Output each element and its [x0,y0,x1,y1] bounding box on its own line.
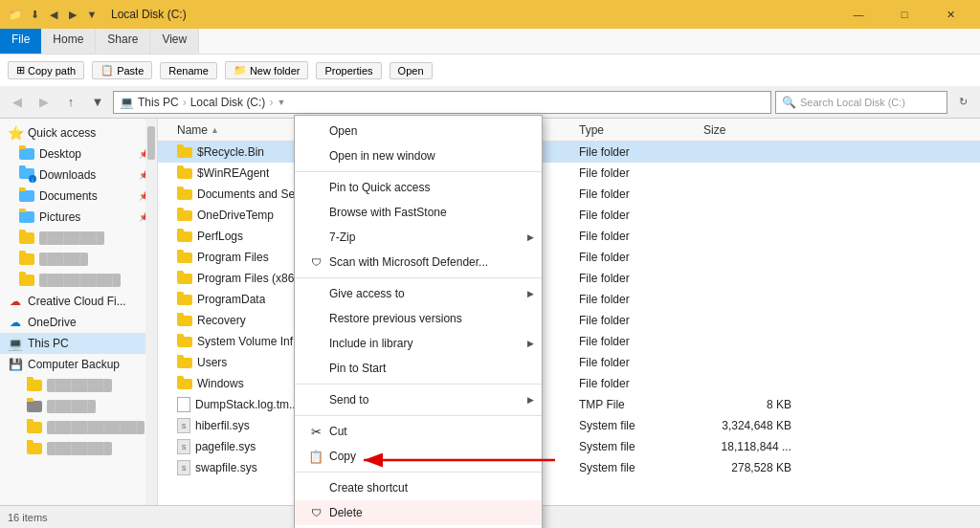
search-icon: 🔍 [782,96,796,109]
search-box[interactable]: 🔍 Search Local Disk (C:) [775,91,947,114]
back-button[interactable]: ◀ [6,91,29,114]
table-row[interactable]: $Recycle.Bin 15/12/2022 6:37 PM File fol… [158,142,980,163]
pictures-folder-icon [19,211,34,223]
sidebar-label-onedrive: OneDrive [28,316,77,329]
sidebar-item-folder1[interactable]: ████████ [0,228,157,249]
table-row[interactable]: S hiberfil.sys System file 3,324,648 KB [158,415,980,436]
table-row[interactable]: System Volume Inf... File folder [158,331,980,352]
sidebar-label-this-pc: This PC [28,337,69,350]
address-box[interactable]: 💻 This PC › Local Disk (C:) › ▼ [113,91,771,114]
title-bar-icons: 📁 ⬇ ◀ ▶ ▼ [8,7,100,22]
sidebar: ⭐ Quick access Desktop 📌 ↓ Downloads 📌 D… [0,119,158,505]
ctx-pin-quick[interactable]: Pin to Quick access [295,175,542,200]
rename-btn[interactable]: Rename [160,62,217,79]
recent-button[interactable]: ▼ [86,91,109,114]
refresh-button[interactable]: ↻ [951,91,974,114]
maximize-button[interactable]: □ [882,0,926,29]
7zip-icon [306,230,325,245]
sidebar-item-desktop[interactable]: Desktop 📌 [0,143,157,165]
shortcut-icon [306,480,325,495]
table-row[interactable]: ProgramData File folder [158,289,980,310]
tab-home[interactable]: Home [41,29,96,54]
sidebar-item-creative-cloud[interactable]: ☁ Creative Cloud Fi... [0,291,157,312]
ctx-scan[interactable]: 🛡Scan with Microsoft Defender... [295,250,542,275]
file-type: File folder [579,251,703,264]
table-row[interactable]: S swapfile.sys System file 278,528 KB [158,457,980,478]
file-name: Recovery [197,314,246,327]
file-name: DumpStack.log.tm... [195,398,299,411]
ctx-cut[interactable]: ✂Cut [295,419,542,444]
table-row[interactable]: DumpStack.log.tm... TMP File 8 KB [158,394,980,415]
sidebar-item-downloads[interactable]: ↓ Downloads 📌 [0,165,157,186]
ctx-restore[interactable]: Restore previous versions [295,306,542,331]
file-name: pagefile.sys [195,440,256,453]
minimize-button[interactable]: — [836,0,880,29]
up-button[interactable]: ↑ [59,91,82,114]
open-btn[interactable]: Open [390,62,433,79]
close-button[interactable]: ✕ [928,0,972,29]
sidebar-item-documents[interactable]: Documents 📌 [0,186,157,207]
column-size[interactable]: Size [703,123,799,137]
addr-computer-icon: 💻 [120,96,134,109]
ctx-delete[interactable]: 🛡Delete [295,500,542,525]
table-row[interactable]: Program Files File folder [158,247,980,268]
library-icon [306,336,325,351]
file-name: $Recycle.Bin [197,145,264,159]
sidebar-item-onedrive[interactable]: ☁ OneDrive [0,312,157,333]
ctx-open-new[interactable]: Open in new window [295,143,542,168]
ctx-shortcut[interactable]: Create shortcut [295,475,542,500]
ctx-browse-fast[interactable]: Browse with FastStone [295,200,542,225]
ctx-give-access[interactable]: Give access to [295,281,542,306]
window-title: Local Disk (C:) [111,8,187,21]
status-text: 16 items [8,512,48,523]
tab-file[interactable]: File [0,29,41,54]
file-type: File folder [579,166,703,180]
table-row[interactable]: Recovery File folder [158,310,980,331]
properties-btn[interactable]: Properties [316,62,381,79]
sidebar-item-computer-backup[interactable]: 💾 Computer Backup [0,354,157,375]
sort-arrow: ▲ [211,125,219,135]
sidebar-item-quick-access[interactable]: ⭐ Quick access [0,122,157,143]
table-row[interactable]: Program Files (x86) File folder [158,268,980,289]
downloads-icon: ↓ [19,168,34,182]
ctx-pin-start[interactable]: Pin to Start [295,356,542,381]
file-rows-container: $Recycle.Bin 15/12/2022 6:37 PM File fol… [158,142,980,478]
copy-path-btn[interactable]: ⊞ Copy path [8,61,84,79]
sidebar-item-sub4[interactable]: ████████ [0,438,157,459]
sidebar-item-pictures[interactable]: Pictures 📌 [0,207,157,228]
ctx-send-to[interactable]: Send to [295,387,542,412]
sidebar-label-creative-cloud: Creative Cloud Fi... [28,295,126,308]
addr-this-pc: This PC [138,96,179,109]
sidebar-item-sub1[interactable]: ████████ [0,375,157,396]
sidebar-item-folder3[interactable]: ██████████ [0,270,157,291]
folder-icon-title: 📁 [8,7,23,22]
table-row[interactable]: OneDriveTemp File folder [158,205,980,226]
tab-share[interactable]: Share [96,29,150,54]
file-name: swapfile.sys [195,461,257,474]
table-row[interactable]: Documents and Se... File folder [158,184,980,205]
table-row[interactable]: PerfLogs File folder [158,226,980,247]
table-row[interactable]: Users File folder [158,352,980,373]
table-row[interactable]: Windows File folder [158,373,980,394]
ctx-7zip[interactable]: 7-Zip [295,225,542,250]
tab-view[interactable]: View [150,29,199,54]
sidebar-item-sub3[interactable]: ████████████ [0,417,157,438]
star-icon: ⭐ [8,125,23,141]
table-row[interactable]: $WinREAgent File folder [158,163,980,184]
column-type[interactable]: Type [579,123,703,137]
file-type: File folder [579,187,703,201]
file-name: ProgramData [197,293,265,306]
sidebar-item-this-pc[interactable]: 💻 This PC [0,333,157,354]
file-name: $WinREAgent [197,166,269,180]
table-row[interactable]: S pagefile.sys System file 18,118,844 ..… [158,436,980,457]
forward-button[interactable]: ▶ [33,91,56,114]
file-type: File folder [579,356,703,369]
paste-btn[interactable]: 📋 Paste [92,61,152,79]
sidebar-item-sub2[interactable]: ██████ [0,396,157,417]
pin-start-icon [306,361,325,376]
ctx-open[interactable]: Open [295,119,542,143]
new-folder-btn[interactable]: 📁 New folder [225,61,309,79]
ctx-sep1 [295,171,542,172]
ctx-library[interactable]: Include in library [295,331,542,356]
sidebar-item-folder2[interactable]: ██████ [0,249,157,270]
